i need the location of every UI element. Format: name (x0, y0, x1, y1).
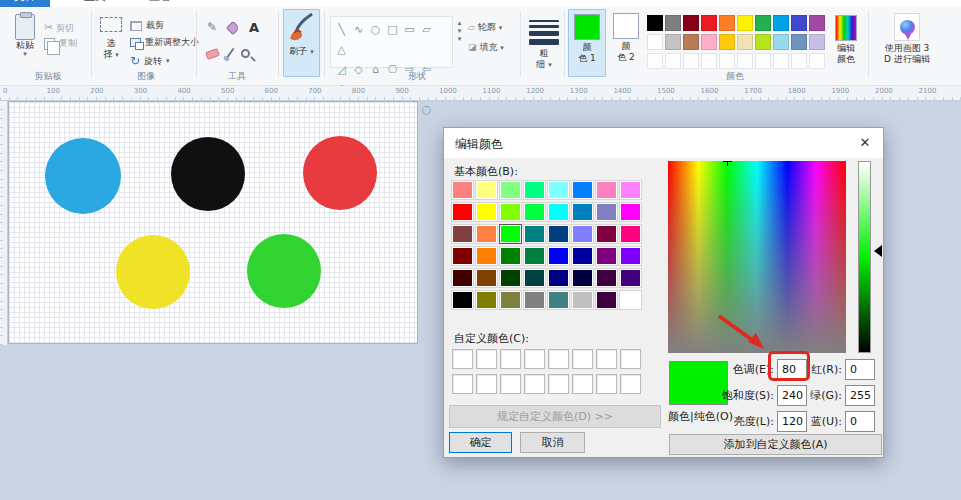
basic-color-swatch[interactable] (620, 291, 641, 309)
palette-swatch[interactable] (719, 34, 735, 50)
palette-swatch[interactable] (719, 15, 735, 31)
shape-glyph[interactable]: ∿ (350, 22, 367, 38)
palette-empty-slot[interactable] (647, 53, 663, 69)
basic-color-swatch[interactable] (452, 291, 473, 309)
palette-swatch[interactable] (647, 15, 663, 31)
yellow-circle[interactable] (116, 235, 190, 309)
shape-glyph[interactable]: ◿ (333, 62, 350, 78)
custom-color-slot[interactable] (452, 374, 473, 394)
value-field[interactable]: 240 (777, 385, 807, 406)
pencil-tool-button[interactable]: ✎ (207, 20, 217, 35)
palette-empty-slot[interactable] (791, 53, 807, 69)
basic-color-swatch[interactable] (524, 291, 545, 309)
basic-color-swatch[interactable] (500, 203, 521, 221)
basic-color-swatch[interactable] (524, 203, 545, 221)
palette-swatch[interactable] (791, 15, 807, 31)
paste-button[interactable]: 粘贴 ▾ (8, 12, 42, 74)
custom-color-slot[interactable] (500, 349, 521, 369)
size-button[interactable]: 粗细 ▾ (527, 13, 561, 70)
shape-glyph[interactable]: ○ (367, 22, 384, 38)
value-field[interactable]: 0 (845, 411, 875, 432)
basic-color-swatch[interactable] (476, 203, 497, 221)
shape-glyph[interactable]: ○ (418, 102, 435, 118)
basic-color-swatch[interactable] (548, 225, 569, 243)
close-icon[interactable]: ✕ (855, 134, 875, 152)
palette-empty-slot[interactable] (773, 53, 789, 69)
cut-button[interactable]: ✂ 剪切 (44, 21, 74, 35)
custom-color-slot[interactable] (524, 374, 545, 394)
crop-button[interactable]: 裁剪 (130, 19, 164, 32)
palette-swatch[interactable] (791, 34, 807, 50)
basic-color-swatch[interactable] (572, 181, 593, 199)
basic-color-swatch[interactable] (452, 269, 473, 287)
palette-empty-slot[interactable] (737, 53, 753, 69)
custom-color-slot[interactable] (620, 349, 641, 369)
tab-home[interactable]: 主页 (70, 0, 120, 7)
basic-color-swatch[interactable] (572, 291, 593, 309)
custom-color-slot[interactable] (452, 349, 473, 369)
gallery-more-icon[interactable]: ▾ (455, 35, 464, 43)
basic-color-swatch[interactable] (620, 269, 641, 287)
magnifier-tool-button[interactable] (241, 49, 250, 58)
custom-color-slot[interactable] (548, 349, 569, 369)
basic-color-swatch-selected[interactable] (500, 225, 521, 243)
brushes-button[interactable]: 刷子 ▾ (283, 9, 320, 77)
basic-color-swatch[interactable] (476, 269, 497, 287)
basic-color-swatch[interactable] (548, 181, 569, 199)
outline-button[interactable]: ▱ 轮廓 ▾ (468, 21, 502, 34)
shapes-gallery-scroll[interactable]: ▴ ▾ ▾ (455, 19, 464, 43)
basic-color-swatch[interactable] (500, 247, 521, 265)
value-field[interactable]: 120 (777, 411, 807, 432)
basic-color-swatch[interactable] (596, 203, 617, 221)
basic-color-swatch[interactable] (500, 269, 521, 287)
palette-swatch[interactable] (665, 15, 681, 31)
shape-glyph[interactable]: △ (333, 42, 350, 58)
custom-color-slot[interactable] (500, 374, 521, 394)
ok-button[interactable]: 确定 (449, 432, 512, 453)
palette-empty-slot[interactable] (683, 53, 699, 69)
gallery-down-icon[interactable]: ▾ (455, 27, 464, 35)
basic-color-swatch[interactable] (548, 203, 569, 221)
palette-swatch[interactable] (701, 34, 717, 50)
basic-color-swatch[interactable] (476, 225, 497, 243)
edit-colors-button[interactable]: 编辑颜色 (830, 13, 862, 65)
shape-glyph[interactable]: □ (384, 22, 401, 38)
shape-glyph[interactable]: ▭ (401, 22, 418, 38)
custom-color-slot[interactable] (524, 349, 545, 369)
dialog-title-bar[interactable]: 编辑颜色 ✕ (444, 128, 883, 158)
custom-color-slot[interactable] (596, 349, 617, 369)
basic-color-swatch[interactable] (452, 203, 473, 221)
shape-glyph[interactable]: ▱ (418, 22, 435, 38)
basic-color-swatch[interactable] (548, 291, 569, 309)
basic-color-swatch[interactable] (524, 269, 545, 287)
luminance-bar[interactable] (858, 161, 871, 353)
shape-glyph[interactable]: ◇ (350, 62, 367, 78)
custom-color-slot[interactable] (572, 349, 593, 369)
palette-empty-slot[interactable] (755, 53, 771, 69)
shape-glyph[interactable]: ╲ (333, 22, 350, 38)
palette-empty-slot[interactable] (809, 53, 825, 69)
basic-color-swatch[interactable] (572, 203, 593, 221)
cancel-button[interactable]: 取消 (520, 432, 585, 453)
basic-color-swatch[interactable] (500, 291, 521, 309)
tab-file[interactable]: 文件 (0, 0, 50, 7)
basic-color-swatch[interactable] (452, 247, 473, 265)
basic-color-swatch[interactable] (596, 269, 617, 287)
palette-swatch[interactable] (737, 15, 753, 31)
shapes-gallery[interactable]: ╲∿○□▭▱△◿◇⌂⎔⇨⇦⇧⇩✧☆✳▭○☁ (330, 16, 453, 68)
value-field[interactable]: 255 (845, 385, 875, 406)
palette-swatch[interactable] (773, 34, 789, 50)
palette-swatch[interactable] (755, 15, 771, 31)
basic-color-swatch[interactable] (620, 247, 641, 265)
add-to-custom-colors-button[interactable]: 添加到自定义颜色(A) (669, 434, 882, 455)
basic-color-swatch[interactable] (452, 181, 473, 199)
red-circle[interactable] (303, 136, 377, 210)
palette-swatch[interactable] (737, 34, 753, 50)
value-field[interactable]: 0 (845, 359, 875, 380)
text-tool-button[interactable]: A (249, 20, 259, 35)
define-custom-colors-button[interactable]: 规定自定义颜色(D) >> (449, 405, 661, 428)
palette-swatch[interactable] (809, 34, 825, 50)
basic-color-swatch[interactable] (620, 225, 641, 243)
palette-empty-slot[interactable] (701, 53, 717, 69)
palette-swatch[interactable] (665, 34, 681, 50)
